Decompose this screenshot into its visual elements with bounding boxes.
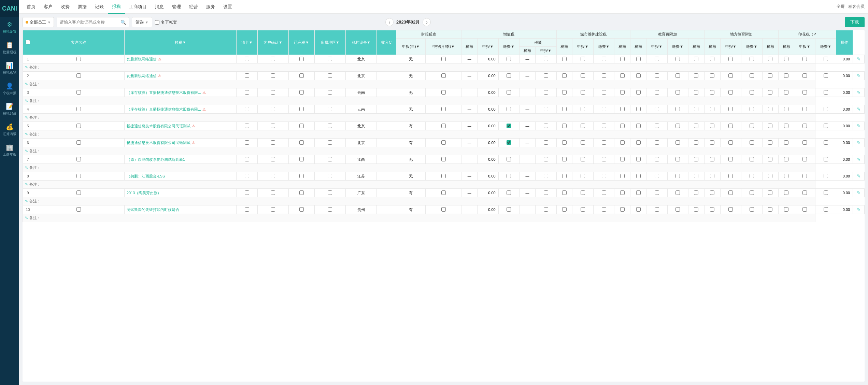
extra-checkbox-0[interactable] <box>544 90 548 95</box>
extra-checkbox-1[interactable] <box>562 90 567 95</box>
checkbox-chaoshu[interactable] <box>245 140 249 145</box>
extra-checkbox-11[interactable] <box>750 174 754 178</box>
nav-guanli[interactable]: 管理 <box>168 0 185 14</box>
extra-checkbox-5[interactable] <box>636 190 641 195</box>
filter-button[interactable]: 筛选 ▼ <box>132 17 152 27</box>
checkbox-qingka[interactable] <box>271 140 275 145</box>
zz-shenb-checkbox[interactable] <box>507 174 511 178</box>
checkbox-label[interactable]: 名下帐套 <box>155 19 177 25</box>
company-name-link[interactable]: （勿删）江西股金-LSS <box>127 174 165 178</box>
checkbox-chaoshu[interactable] <box>245 90 249 95</box>
extra-checkbox-9[interactable] <box>710 157 714 161</box>
extra-checkbox-15[interactable] <box>824 207 828 212</box>
extra-checkbox-5[interactable] <box>636 174 641 178</box>
extra-checkbox-5[interactable] <box>636 140 641 145</box>
edit-note-icon[interactable]: ✎ <box>25 216 28 220</box>
extra-checkbox-14[interactable] <box>802 140 807 145</box>
nav-piaoju[interactable]: 票据 <box>74 0 91 14</box>
extra-checkbox-13[interactable] <box>784 124 788 128</box>
extra-checkbox-4[interactable] <box>620 140 625 145</box>
company-name-link[interactable]: （原）误删勿改李艳芬测试斯套新1 <box>127 157 185 161</box>
next-page-button[interactable]: › <box>423 18 431 26</box>
extra-checkbox-1[interactable] <box>562 124 567 128</box>
extra-checkbox-4[interactable] <box>620 174 625 178</box>
extra-checkbox-11[interactable] <box>750 57 754 61</box>
extra-checkbox-13[interactable] <box>784 57 788 61</box>
checkbox-qingka[interactable] <box>271 207 275 212</box>
edit-icon[interactable]: ✎ <box>857 157 861 162</box>
checkbox-chaoshu[interactable] <box>245 124 249 128</box>
extra-checkbox-0[interactable] <box>544 207 548 212</box>
sidebar-item-baoshuishezhi[interactable]: ⚙ 报税设置 <box>0 17 19 38</box>
extra-checkbox-3[interactable] <box>602 157 606 161</box>
checkbox-yiwanshu[interactable] <box>328 190 332 195</box>
caibao-year-checkbox[interactable] <box>441 157 446 161</box>
extra-checkbox-14[interactable] <box>802 190 807 195</box>
row-select-checkbox[interactable] <box>76 140 81 145</box>
extra-checkbox-2[interactable] <box>581 174 585 178</box>
nav-shezhi[interactable]: 设置 <box>219 0 236 14</box>
extra-checkbox-14[interactable] <box>802 124 807 128</box>
extra-checkbox-9[interactable] <box>710 140 714 145</box>
extra-checkbox-9[interactable] <box>710 207 714 212</box>
edit-icon[interactable]: ✎ <box>857 56 861 62</box>
employee-filter[interactable]: 全部员工 ▼ <box>23 17 54 27</box>
extra-checkbox-13[interactable] <box>784 174 788 178</box>
extra-checkbox-11[interactable] <box>750 140 754 145</box>
extra-checkbox-10[interactable] <box>728 207 733 212</box>
zz-shenb-checkbox[interactable] <box>507 73 511 78</box>
extra-checkbox-8[interactable] <box>694 140 698 145</box>
row-select-checkbox[interactable] <box>76 157 81 161</box>
select-all-checkbox[interactable] <box>26 40 30 44</box>
checkbox-chaoshu[interactable] <box>245 107 249 111</box>
extra-checkbox-13[interactable] <box>784 90 788 95</box>
extra-checkbox-1[interactable] <box>562 174 567 178</box>
extra-checkbox-2[interactable] <box>581 73 585 78</box>
caibao-year-checkbox[interactable] <box>441 90 446 95</box>
extra-checkbox-15[interactable] <box>824 140 828 145</box>
extra-checkbox-10[interactable] <box>728 157 733 161</box>
extra-checkbox-12[interactable] <box>768 73 772 78</box>
extra-checkbox-2[interactable] <box>581 140 585 145</box>
zz-shenb-checkbox[interactable] <box>507 157 511 161</box>
row-select-checkbox[interactable] <box>76 90 81 95</box>
checkbox-yiwanshu[interactable] <box>328 73 332 78</box>
extra-checkbox-3[interactable] <box>602 207 606 212</box>
caibao-year-checkbox[interactable] <box>441 124 446 128</box>
extra-checkbox-5[interactable] <box>636 157 641 161</box>
extra-checkbox-8[interactable] <box>694 57 698 61</box>
extra-checkbox-1[interactable] <box>562 157 567 161</box>
extra-checkbox-2[interactable] <box>581 107 585 111</box>
extra-checkbox-8[interactable] <box>694 157 698 161</box>
extra-checkbox-1[interactable] <box>562 107 567 111</box>
extra-checkbox-11[interactable] <box>750 73 754 78</box>
extra-checkbox-8[interactable] <box>694 174 698 178</box>
extra-checkbox-5[interactable] <box>636 90 641 95</box>
extra-checkbox-9[interactable] <box>710 190 714 195</box>
extra-checkbox-10[interactable] <box>728 174 733 178</box>
extra-checkbox-8[interactable] <box>694 107 698 111</box>
checkbox-qingka[interactable] <box>271 57 275 61</box>
edit-note-icon[interactable]: ✎ <box>25 82 28 86</box>
checkbox-qingka[interactable] <box>271 174 275 178</box>
zz-shenb-checkbox[interactable] <box>507 124 511 128</box>
extra-checkbox-7[interactable] <box>675 207 680 212</box>
checkbox-qingka[interactable] <box>271 190 275 195</box>
checkbox-yiwanshu[interactable] <box>328 57 332 61</box>
extra-checkbox-13[interactable] <box>784 190 788 195</box>
extra-checkbox-7[interactable] <box>675 73 680 78</box>
nav-xiaoxi[interactable]: 消息 <box>151 0 168 14</box>
checkbox-yiwanshu[interactable] <box>328 124 332 128</box>
zz-shenb-checkbox[interactable] <box>507 107 511 111</box>
company-name-link[interactable]: 勿删新锐网络通信 <box>127 57 157 61</box>
extra-checkbox-9[interactable] <box>710 174 714 178</box>
checkbox-chaoshu[interactable] <box>245 157 249 161</box>
edit-note-icon[interactable]: ✎ <box>25 65 28 69</box>
company-name-link[interactable]: （库存核算）直播畅捷通信息技术股份有限... <box>127 90 201 95</box>
row-select-checkbox[interactable] <box>76 207 81 212</box>
extra-checkbox-1[interactable] <box>562 190 567 195</box>
nav-home[interactable]: 首页 <box>23 0 40 14</box>
extra-checkbox-10[interactable] <box>728 90 733 95</box>
extra-checkbox-6[interactable] <box>655 73 659 78</box>
extra-checkbox-12[interactable] <box>768 207 772 212</box>
